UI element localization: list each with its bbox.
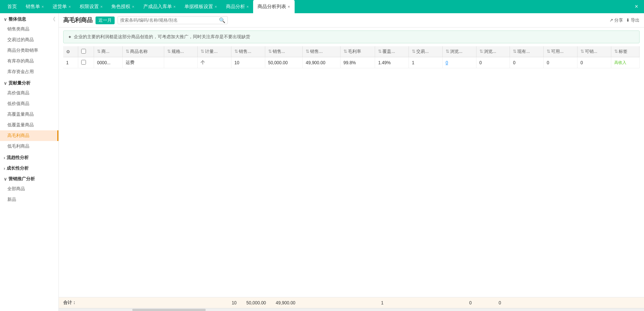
search-box: 🔍 [118,16,228,24]
cell-available-stock: 0 [544,57,578,68]
footer-sales-profit: 49,900.00 [269,300,298,305]
close-icon[interactable]: × [288,4,290,9]
sidebar-item-stock-capital[interactable]: 库存资金占用 [0,66,58,77]
header-actions: ↗ 分享 ⬇ 导出 [609,17,640,23]
col-code[interactable]: ⇅商... [94,46,123,57]
cell-views1[interactable]: 0 [442,57,476,68]
col-coverage[interactable]: ⇅覆盖... [375,46,409,57]
close-icon[interactable]: × [100,4,102,9]
table-row: 1 0000... 运费 个 10 50,000.00 49,900.00 99… [63,57,640,68]
sidebar-item-low-value[interactable]: 低价值商品 [0,98,58,109]
close-icon[interactable]: × [132,4,134,9]
cell-checkbox[interactable] [78,57,94,68]
sidebar-item-low-margin[interactable]: 低毛利商品 [0,141,58,152]
footer-current-stock: 0 [445,300,475,305]
row-checkbox[interactable] [81,60,86,65]
cell-tag: 高收入 [611,57,639,68]
close-icon[interactable]: × [42,4,44,9]
nav-permission-settings[interactable]: 权限设置 × [75,0,107,13]
sidebar-group-contribution[interactable]: ∨ 贡献量分析 [0,77,58,88]
col-spec[interactable]: ⇅规格... [164,46,198,57]
cell-index: 1 [63,57,78,68]
data-table-wrapper: ⚙ ⇅商... ⇅商品名称 ⇅规格... ⇅计量... ⇅销售... ⇅销售..… [59,46,644,297]
col-sales-qty[interactable]: ⇅销售... [231,46,265,57]
col-gross-margin[interactable]: ⇅毛利率 [340,46,375,57]
footer-sales-qty: 10 [210,300,240,305]
nav-product-analysis-list[interactable]: 商品分析列表 × [253,0,294,13]
footer-views1 [386,300,416,305]
col-available-stock[interactable]: ⇅可用... [544,46,578,57]
nav-purchase-order[interactable]: 进货单 × [48,0,75,13]
cell-sales-profit: 49,900.00 [303,57,341,68]
export-button[interactable]: ⬇ 导出 [626,17,640,23]
footer-label: 合计： [63,300,93,306]
table-footer: 合计： 10 50,000.00 49,900.00 1 0 0 [59,297,644,308]
col-sales-amount[interactable]: ⇅销售... [265,46,303,57]
sidebar-item-sales-goods[interactable]: 销售类商品 [0,24,58,35]
col-tag[interactable]: ⇅标签 [611,46,639,57]
sidebar-group-growth[interactable]: › 成长性分析 [0,162,58,173]
col-views1[interactable]: ⇅浏览... [442,46,476,57]
footer-sales-amount: 50,000.00 [240,300,269,305]
cell-coverage: 1.49% [375,57,409,68]
nav-finished-goods[interactable]: 产成品入库单 × [139,0,180,13]
col-views2[interactable]: ⇅浏览... [476,46,510,57]
nav-product-analysis[interactable]: 商品分析 × [222,0,253,13]
period-filter-button[interactable]: 近一月 [96,17,115,24]
cell-sellable-stock: 0 [577,57,611,68]
nav-home[interactable]: 首页 [3,0,21,13]
chevron-right-icon: › [4,166,5,171]
footer-views2 [416,300,445,305]
close-icon[interactable]: × [215,4,217,9]
col-current-stock[interactable]: ⇅现有... [510,46,544,57]
horizontal-scrollbar[interactable] [59,308,644,311]
cell-transactions: 1 [409,57,443,68]
sidebar-item-all-goods[interactable]: 全部商品 [0,184,58,194]
select-all-checkbox[interactable] [81,49,86,54]
chevron-down-icon: ∨ [4,177,7,182]
close-icon[interactable]: × [68,4,71,9]
col-transactions[interactable]: ⇅交易... [409,46,443,57]
sidebar-item-high-value[interactable]: 高价值商品 [0,88,58,98]
sidebar-item-new-products[interactable]: 新品 [0,194,58,205]
nav-template-settings[interactable]: 单据模板设置 × [180,0,221,13]
sidebar-group-trend[interactable]: › 流趋性分析 [0,152,58,162]
share-button[interactable]: ↗ 分享 [609,17,623,23]
col-sales-profit[interactable]: ⇅销售... [303,46,341,57]
footer-empty-coverage [328,300,357,305]
sidebar-item-low-coverage[interactable]: 低覆盖量商品 [0,120,58,130]
col-name[interactable]: ⇅商品名称 [123,46,164,57]
nav-role-auth[interactable]: 角色授权 × [107,0,138,13]
close-all-tabs-button[interactable]: × [632,3,641,10]
col-sellable-stock[interactable]: ⇅可销... [577,46,611,57]
scrollbar-thumb[interactable] [132,309,206,311]
close-icon[interactable]: × [247,4,249,9]
chevron-down-icon: ∨ [4,17,7,22]
search-input[interactable] [120,18,219,23]
sidebar: 《 ∨ 整体信息 销售类商品 交易过的商品 商品分类助销率 有库存的商品 库存资… [0,13,59,311]
sidebar-item-category-sales-rate[interactable]: 商品分类助销率 [0,45,58,56]
sidebar-group-marketing[interactable]: ∨ 营销推广分析 [0,173,58,184]
info-banner: ✦ 企业的主要的利润都是这部分商品创造的，可考虑加大推广，同时关注库存是不要出现… [63,30,640,43]
footer-cells: 10 50,000.00 49,900.00 1 0 0 [93,300,640,305]
cell-gross-margin: 99.8% [340,57,375,68]
col-unit[interactable]: ⇅计量... [198,46,231,57]
sidebar-item-high-margin[interactable]: 高毛利商品 [0,130,58,141]
footer-empty-margin [298,300,328,305]
sidebar-collapse-button[interactable]: 《 [50,16,55,23]
top-navigation: 首页 销售单 × 进货单 × 权限设置 × 角色授权 × 产成品入库单 × 单据… [0,0,644,13]
sidebar-item-high-coverage[interactable]: 高覆盖量商品 [0,109,58,120]
cell-sales-amount: 50,000.00 [265,57,303,68]
sidebar-item-in-stock-goods[interactable]: 有库存的商品 [0,56,58,66]
col-settings[interactable]: ⚙ [63,46,78,57]
col-checkbox[interactable] [78,46,94,57]
close-icon[interactable]: × [173,4,176,9]
nav-sales-order[interactable]: 销售单 × [21,0,48,13]
sidebar-group-overall[interactable]: ∨ 整体信息 [0,13,58,24]
footer-cell-empty1 [93,300,122,305]
info-icon: ✦ [68,35,72,40]
search-icon[interactable]: 🔍 [219,17,225,23]
sidebar-item-traded-goods[interactable]: 交易过的商品 [0,35,58,45]
chevron-down-icon: ∨ [4,81,7,86]
cell-name: 运费 [123,57,164,68]
